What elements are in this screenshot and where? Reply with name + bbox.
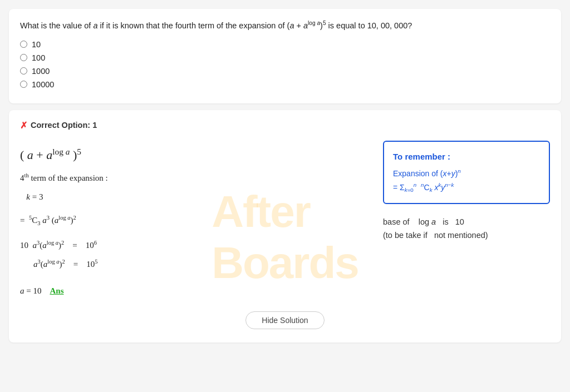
option-2[interactable]: 100: [20, 53, 550, 62]
solution-steps: ( a + alog a )5 4th term of the expansio…: [20, 141, 372, 301]
x-icon: ✗: [20, 120, 27, 131]
option-4[interactable]: 10000: [20, 80, 550, 89]
radio-1[interactable]: [20, 41, 27, 48]
radio-3[interactable]: [20, 67, 27, 75]
option-label-3: 1000: [32, 67, 50, 76]
answer-ans-label: Ans: [50, 286, 63, 295]
option-label-2: 100: [32, 53, 45, 62]
base-note: base of log a is 10 (to be take if not m…: [383, 215, 550, 242]
option-3[interactable]: 1000: [20, 67, 550, 76]
correct-option-text: Correct Option: 1: [31, 121, 97, 130]
step-equals-10-6: 10 a3(alog a)2 = 106: [20, 237, 372, 254]
step-answer: a = 10 Ans: [20, 282, 372, 299]
question-card: What is the value of a if it is known th…: [9, 9, 561, 103]
option-label-1: 10: [32, 40, 41, 49]
step-combination: = 5C3 a3 (alog a)2: [20, 212, 372, 229]
option-label-4: 10000: [32, 80, 54, 89]
radio-4[interactable]: [20, 81, 27, 88]
question-text: What is the value of a if it is known th…: [20, 19, 550, 32]
option-1[interactable]: 10: [20, 40, 550, 49]
remember-formula-1: Expansion of (x+y)n: [393, 167, 540, 180]
options-list: 10 100 1000 10000: [20, 40, 550, 89]
step-fourth-term-label: 4th term of the expansion :: [20, 170, 372, 186]
remember-formula-2: = Σk=0n nCk xkyn−k: [393, 181, 540, 195]
step-k-value: k = 3: [20, 188, 372, 205]
solution-card: After Boards ✗ Correct Option: 1 ( a + a…: [9, 110, 561, 343]
step-equals-10-5: a3(alog a)2 = 105: [33, 256, 372, 272]
main-expression: ( a + alog a )5: [20, 143, 372, 167]
correct-option-label: ✗ Correct Option: 1: [20, 120, 550, 131]
remember-box: To remember : Expansion of (x+y)n = Σk=0…: [383, 141, 550, 204]
remember-title: To remember :: [393, 150, 540, 164]
radio-2[interactable]: [20, 54, 27, 61]
hide-solution-button[interactable]: Hide Solution: [245, 311, 324, 329]
solution-right-panel: To remember : Expansion of (x+y)n = Σk=0…: [383, 141, 550, 301]
